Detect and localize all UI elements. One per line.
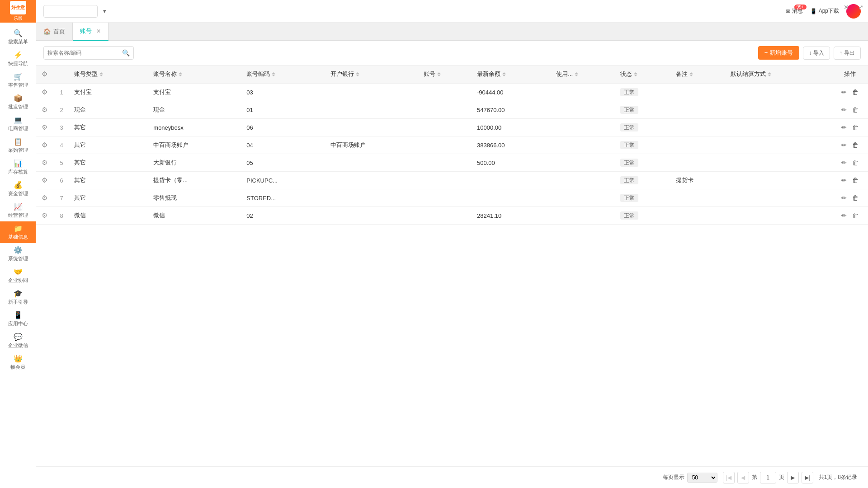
table-row: ⚙ 8 微信 微信 02 28241.10 正常 ✏ 🗑 <box>36 207 868 225</box>
sidebar-item-3[interactable]: 📦批发管理 <box>0 91 36 113</box>
delete-button-6[interactable]: 🗑 <box>850 193 860 202</box>
row-gear-2[interactable]: ⚙ <box>42 123 47 131</box>
tab-corner-buttons: ✕ ⤢ <box>839 0 868 14</box>
sidebar-item-6[interactable]: 📊库存核算 <box>0 156 36 178</box>
sidebar-label-9: 基础信息 <box>8 234 28 240</box>
add-account-button[interactable]: + 新增账号 <box>758 46 799 60</box>
app-download-button[interactable]: 📱 App下载 <box>810 7 839 15</box>
sidebar-icon-12: 🎓 <box>14 289 23 298</box>
edit-button-3[interactable]: ✏ <box>840 141 849 150</box>
col-usage-header[interactable]: 使用... <box>552 66 617 83</box>
tab-close-icon[interactable]: ✕ <box>96 28 101 34</box>
home-icon: 🏠 <box>43 28 51 35</box>
sidebar-label-7: 资金管理 <box>8 190 28 197</box>
col-index-header <box>52 66 71 83</box>
row-balance-5 <box>473 172 552 189</box>
row-gear-3[interactable]: ⚙ <box>42 141 47 149</box>
sidebar-item-2[interactable]: 🛒零售管理 <box>0 70 36 91</box>
row-type-4: 其它 <box>71 154 150 172</box>
tab-home[interactable]: 🏠 首页 <box>36 23 73 41</box>
delete-button-2[interactable]: 🗑 <box>850 123 860 132</box>
row-gear-6[interactable]: ⚙ <box>42 194 47 202</box>
sidebar-item-7[interactable]: 💰资金管理 <box>0 178 36 200</box>
page-input[interactable] <box>760 472 776 483</box>
col-bank-header[interactable]: 开户银行 <box>327 66 420 83</box>
col-balance-header[interactable]: 最新余额 <box>473 66 552 83</box>
sidebar-item-12[interactable]: 🎓新手引导 <box>0 286 36 308</box>
col-remark-header[interactable]: 备注 <box>672 66 727 83</box>
delete-button-7[interactable]: 🗑 <box>850 211 860 220</box>
next-page-button[interactable]: ▶ <box>787 472 799 483</box>
row-default-payment-6 <box>727 189 832 207</box>
table-row: ⚙ 5 其它 大新银行 05 500.00 正常 ✏ 🗑 <box>36 154 868 172</box>
row-gear-7[interactable]: ⚙ <box>42 211 47 219</box>
search-input[interactable] <box>47 50 122 56</box>
edit-button-5[interactable]: ✏ <box>840 176 849 185</box>
row-usage-0 <box>552 83 617 101</box>
edit-button-0[interactable]: ✏ <box>840 88 849 97</box>
row-gear-5[interactable]: ⚙ <box>42 176 47 184</box>
col-default-payment-header[interactable]: 默认结算方式 <box>727 66 832 83</box>
first-page-button[interactable]: |◀ <box>723 472 735 483</box>
maximize-button[interactable]: ⤢ <box>854 0 868 14</box>
row-gear-4[interactable]: ⚙ <box>42 159 47 166</box>
minimize-button[interactable]: ✕ <box>839 0 854 14</box>
col-name-header[interactable]: 账号名称 <box>150 66 243 83</box>
sidebar-item-13[interactable]: 📱应用中心 <box>0 308 36 330</box>
sidebar-icon-6: 📊 <box>14 159 23 168</box>
topbar-search-input[interactable] <box>43 5 98 18</box>
page-size-select[interactable]: 50 10 20 100 <box>687 473 717 483</box>
edit-button-4[interactable]: ✏ <box>840 158 849 167</box>
edit-button-6[interactable]: ✏ <box>840 193 849 202</box>
col-account-header[interactable]: 账号 <box>420 66 473 83</box>
sidebar-icon-14: 💬 <box>14 333 23 341</box>
row-index-0: 1 <box>52 83 71 101</box>
topbar-dropdown[interactable]: ▾ <box>103 8 106 14</box>
settings-icon[interactable]: ⚙ <box>42 70 47 78</box>
sidebar-item-8[interactable]: 📈经营管理 <box>0 200 36 221</box>
sidebar-item-10[interactable]: ⚙️系统管理 <box>0 243 36 265</box>
edit-button-1[interactable]: ✏ <box>840 105 849 114</box>
table-wrap: ⚙ 账号类型 账号名称 账号编码 开户银行 账号 最新余额 使用... 状态 备… <box>36 66 868 466</box>
tab-account[interactable]: 账号 ✕ <box>73 23 108 41</box>
row-gear-1[interactable]: ⚙ <box>42 106 47 113</box>
sidebar-item-15[interactable]: 👑畅会员 <box>0 352 36 373</box>
row-status-7: 正常 <box>617 207 672 225</box>
col-code-header[interactable]: 账号编码 <box>243 66 326 83</box>
sidebar-item-14[interactable]: 💬企业微信 <box>0 330 36 352</box>
import-button[interactable]: ↓ 导入 <box>803 47 830 60</box>
sidebar-item-0[interactable]: 🔍搜索菜单 <box>0 26 36 48</box>
row-usage-2 <box>552 119 617 136</box>
sidebar-item-4[interactable]: 💻电商管理 <box>0 113 36 135</box>
prev-page-button[interactable]: ◀ <box>737 472 749 483</box>
app-logo: 好生意 乐版 <box>0 0 36 23</box>
accounts-table: ⚙ 账号类型 账号名称 账号编码 开户银行 账号 最新余额 使用... 状态 备… <box>36 66 868 225</box>
sidebar-item-5[interactable]: 📋采购管理 <box>0 135 36 156</box>
row-bank-7 <box>327 207 420 225</box>
row-name-1: 现金 <box>150 101 243 119</box>
col-status-header[interactable]: 状态 <box>617 66 672 83</box>
edit-button-2[interactable]: ✏ <box>840 123 849 132</box>
row-index-7: 8 <box>52 207 71 225</box>
sidebar-label-13: 应用中心 <box>8 320 28 327</box>
sidebar-item-9[interactable]: 📁基础信息 <box>0 221 36 243</box>
edit-button-7[interactable]: ✏ <box>840 211 849 220</box>
col-type-header[interactable]: 账号类型 <box>71 66 150 83</box>
row-name-6: 零售抵现 <box>150 189 243 207</box>
export-button[interactable]: ↑ 导出 <box>834 47 861 60</box>
delete-button-5[interactable]: 🗑 <box>850 176 860 185</box>
sidebar-item-1[interactable]: ⚡快捷导航 <box>0 48 36 70</box>
delete-button-1[interactable]: 🗑 <box>850 105 860 114</box>
message-button[interactable]: ✉ 消息 99+ <box>786 7 803 15</box>
row-index-2: 3 <box>52 119 71 136</box>
delete-button-3[interactable]: 🗑 <box>850 141 860 150</box>
row-code-6: STORED... <box>243 189 326 207</box>
search-icon[interactable]: 🔍 <box>122 49 130 56</box>
delete-button-4[interactable]: 🗑 <box>850 158 860 167</box>
last-page-button[interactable]: ▶| <box>802 472 813 483</box>
sidebar-item-11[interactable]: 🤝企业协同 <box>0 265 36 286</box>
row-gear-0[interactable]: ⚙ <box>42 88 47 96</box>
delete-button-0[interactable]: 🗑 <box>850 88 860 97</box>
import-icon: ↓ <box>809 50 811 56</box>
sidebar-nav: 🔍搜索菜单⚡快捷导航🛒零售管理📦批发管理💻电商管理📋采购管理📊库存核算💰资金管理… <box>0 23 36 488</box>
